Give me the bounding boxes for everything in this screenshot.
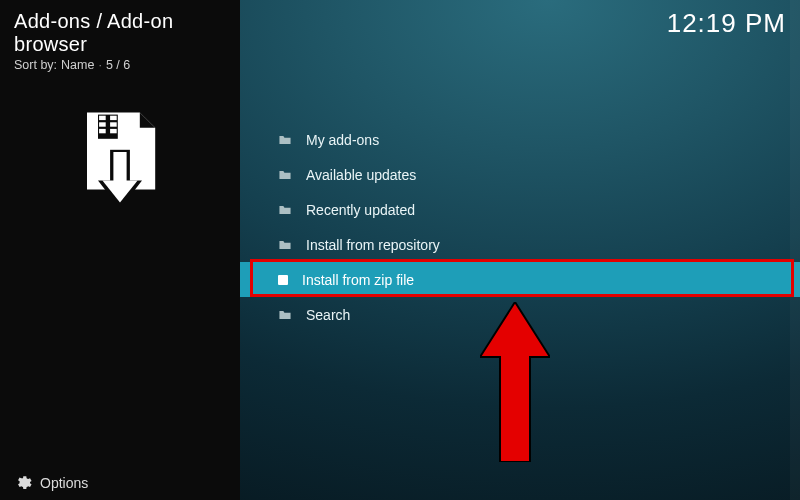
list-item-recently-updated[interactable]: Recently updated — [240, 192, 800, 227]
breadcrumb: Add-ons / Add-on browser — [14, 10, 226, 56]
options-label: Options — [40, 475, 88, 491]
folder-icon — [278, 170, 292, 180]
app-root: Add-ons / Add-on browser Sort by: Name ·… — [0, 0, 800, 500]
zip-download-hero-icon — [65, 108, 175, 222]
list-item-install-from-zip[interactable]: Install from zip file — [240, 262, 800, 297]
sort-prefix: Sort by: — [14, 58, 57, 72]
list-item-label: My add-ons — [306, 132, 379, 148]
list-item-label: Recently updated — [306, 202, 415, 218]
sort-info: Sort by: Name · 5 / 6 — [14, 58, 226, 72]
svg-rect-9 — [113, 152, 126, 183]
folder-icon — [278, 205, 292, 215]
list-item-label: Install from zip file — [302, 272, 414, 288]
svg-rect-6 — [110, 129, 117, 133]
list-item-available-updates[interactable]: Available updates — [240, 157, 800, 192]
list-item-search[interactable]: Search — [240, 297, 800, 332]
folder-icon — [278, 240, 292, 250]
sidebar: Add-ons / Add-on browser Sort by: Name ·… — [0, 0, 240, 500]
list-item-label: Search — [306, 307, 350, 323]
clock: 12:19 PM — [667, 8, 786, 39]
sort-separator: · — [98, 58, 101, 72]
list-position: 5 / 6 — [106, 58, 130, 72]
list-item-install-from-repository[interactable]: Install from repository — [240, 227, 800, 262]
svg-rect-1 — [99, 116, 106, 120]
svg-rect-2 — [110, 116, 117, 120]
list-item-label: Install from repository — [306, 237, 440, 253]
gear-icon — [14, 474, 32, 492]
folder-icon — [278, 135, 292, 145]
options-button[interactable]: Options — [14, 474, 226, 492]
addon-browser-list: My add-ons Available updates Recently up… — [240, 122, 800, 332]
svg-rect-3 — [99, 122, 106, 126]
svg-rect-5 — [99, 129, 106, 133]
scrollbar[interactable] — [790, 0, 800, 500]
svg-rect-4 — [110, 122, 117, 126]
sort-field: Name — [61, 58, 94, 72]
list-item-my-addons[interactable]: My add-ons — [240, 122, 800, 157]
list-item-label: Available updates — [306, 167, 416, 183]
folder-icon — [278, 310, 292, 320]
zip-file-icon — [278, 275, 288, 285]
main-panel: 12:19 PM My add-ons Available updates Re… — [240, 0, 800, 500]
